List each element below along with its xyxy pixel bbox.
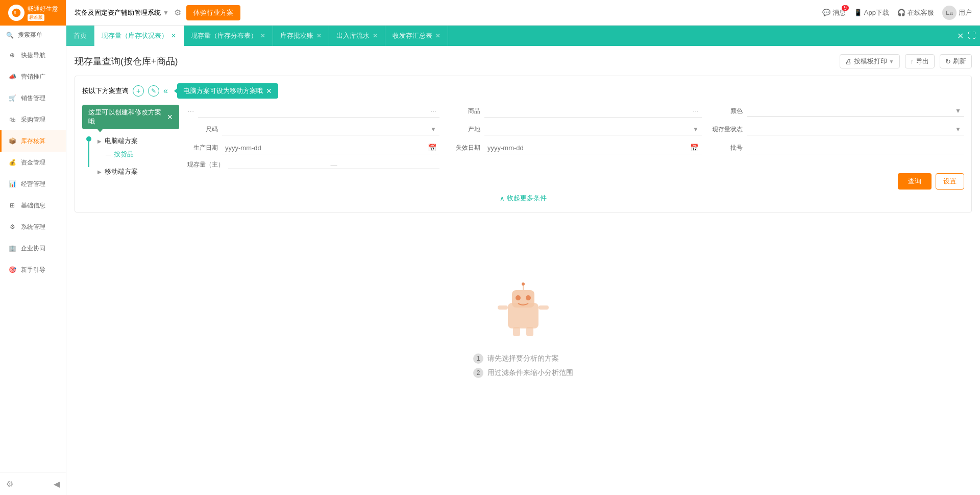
print-btn[interactable]: 🖨 按模板打印 ▼ bbox=[840, 54, 900, 68]
color-select[interactable]: ▼ bbox=[747, 105, 964, 117]
form-origin: 产地 ▼ bbox=[450, 124, 702, 135]
sidebar-item-purchase[interactable]: 🛍 采购管理 bbox=[0, 109, 66, 130]
scheme-back-btn[interactable]: « bbox=[163, 86, 168, 96]
sidebar-item-marketing[interactable]: 📣 营销推广 bbox=[0, 66, 66, 87]
sidebar-purchase-label: 采购管理 bbox=[21, 115, 45, 124]
expiry-date-input[interactable]: 📅 bbox=[484, 142, 702, 154]
sidebar-item-guide[interactable]: 🎯 新手引导 bbox=[0, 259, 66, 280]
production-date-calendar-icon[interactable]: 📅 bbox=[428, 144, 436, 152]
tab-home[interactable]: 首页 bbox=[66, 26, 94, 46]
sidebar-item-sales[interactable]: 🛒 销售管理 bbox=[0, 87, 66, 109]
origin-select[interactable]: ▼ bbox=[484, 124, 702, 135]
export-btn[interactable]: ↑ 导出 bbox=[905, 54, 935, 68]
header-settings-icon[interactable]: ⚙ bbox=[174, 8, 181, 17]
header-service[interactable]: 🎧 在线客服 bbox=[897, 8, 934, 17]
warehouse-dots[interactable]: ··· bbox=[187, 107, 194, 116]
refresh-icon: ↻ bbox=[945, 58, 951, 65]
sidebar-item-system[interactable]: ⚙ 系统管理 bbox=[0, 216, 66, 238]
size-select[interactable]: ▼ bbox=[222, 124, 439, 135]
tooltip2-close[interactable]: ✕ bbox=[167, 113, 173, 121]
tab-fullscreen-icon[interactable]: ⛶ bbox=[968, 31, 976, 40]
color-label: 颜色 bbox=[712, 107, 743, 115]
refresh-btn[interactable]: ↻ 刷新 bbox=[940, 54, 972, 68]
sidebar-item-operations[interactable]: 📊 经营管理 bbox=[0, 173, 66, 195]
scheme-mobile-tree[interactable]: ▶ 移动端方案 bbox=[93, 165, 179, 178]
page-content: 现存量查询(按仓库+商品) 🖨 按模板打印 ▼ ↑ 导出 ↻ 刷新 bbox=[66, 46, 980, 495]
tab-receive-summary[interactable]: 收发存汇总表 ✕ bbox=[385, 26, 448, 46]
search-icon: 🔍 bbox=[6, 32, 14, 39]
sidebar-item-inventory[interactable]: 📦 库存核算 bbox=[0, 130, 66, 152]
form-stock-status: 现存量状态 ▼ bbox=[712, 124, 964, 135]
tab-batch[interactable]: 库存批次账 ✕ bbox=[273, 26, 329, 46]
sidebar-item-enterprise[interactable]: 🏢 企业协同 bbox=[0, 238, 66, 259]
tab-inventory-status-label: 现存量（库存状况表） bbox=[102, 31, 168, 40]
sidebar-item-finance[interactable]: 💰 资金管理 bbox=[0, 152, 66, 173]
svg-point-4 bbox=[516, 295, 521, 300]
tab-inventory-dist[interactable]: 现存量（库存分布表） ✕ bbox=[184, 26, 273, 46]
tab-receive-summary-close[interactable]: ✕ bbox=[435, 32, 440, 39]
collapse-label: 收起更多条件 bbox=[507, 194, 547, 203]
production-date-input[interactable]: 📅 bbox=[222, 142, 439, 154]
empty-illustration bbox=[493, 280, 554, 341]
sidebar-item-basic[interactable]: ⊞ 基础信息 bbox=[0, 195, 66, 216]
sidebar-search-label: 搜索菜单 bbox=[18, 31, 42, 39]
scheme-desktop-tree[interactable]: ▶ 电脑端方案 bbox=[93, 134, 179, 148]
chevron-down-icon: ▼ bbox=[163, 9, 169, 16]
sidebar-item-quicknav[interactable]: ⊕ 快捷导航 bbox=[0, 44, 66, 66]
page-actions-right: 🖨 按模板打印 ▼ ↑ 导出 ↻ 刷新 bbox=[840, 54, 972, 68]
svg-point-0 bbox=[12, 9, 20, 17]
tooltip1-text: 电脑方案可设为移动方案哦 bbox=[183, 86, 263, 96]
empty-step-1: 1 请先选择要分析的方案 bbox=[473, 353, 573, 364]
expiry-date-calendar-icon[interactable]: 📅 bbox=[690, 144, 699, 152]
form-warehouse: ··· ··· bbox=[187, 105, 439, 117]
production-date-label: 生产日期 bbox=[187, 144, 218, 152]
stock-main-to[interactable] bbox=[339, 161, 440, 169]
svg-point-5 bbox=[526, 295, 531, 300]
sidebar-finance-label: 资金管理 bbox=[21, 158, 45, 167]
svg-rect-6 bbox=[498, 305, 508, 310]
header-app-download[interactable]: 📱 App下载 bbox=[854, 8, 889, 17]
msg-badge: 9 bbox=[842, 5, 849, 11]
expiry-date-field[interactable] bbox=[487, 144, 688, 152]
money-icon: 💰 bbox=[8, 158, 17, 167]
collapse-btn[interactable]: ∧ 收起更多条件 bbox=[82, 190, 964, 205]
collapse-arrow-icon: ∧ bbox=[500, 195, 505, 202]
stock-main-separator: — bbox=[329, 161, 339, 169]
tab-inout[interactable]: 出入库流水 ✕ bbox=[329, 26, 385, 46]
tab-inventory-status-close[interactable]: ✕ bbox=[171, 32, 176, 39]
production-date-field[interactable] bbox=[225, 144, 426, 152]
tab-close-all-icon[interactable]: ✕ bbox=[957, 31, 964, 41]
tab-inventory-status[interactable]: 现存量（库存状况表） ✕ bbox=[94, 26, 184, 46]
settings-bottom-icon[interactable]: ⚙ bbox=[6, 479, 13, 489]
warehouse-select[interactable]: ··· bbox=[198, 105, 439, 117]
svg-rect-8 bbox=[513, 327, 520, 336]
tooltip1-close[interactable]: ✕ bbox=[266, 87, 272, 95]
tab-batch-close[interactable]: ✕ bbox=[316, 32, 322, 39]
query-btn[interactable]: 查询 bbox=[898, 173, 932, 190]
header-msg[interactable]: 💬 消息 9 bbox=[822, 8, 846, 17]
search-header: 按以下方案查询 + ✎ « 电脑方案可设为移动方案哦 ✕ bbox=[82, 83, 964, 99]
goods-select[interactable]: ··· bbox=[484, 105, 702, 117]
scheme-edit-btn[interactable]: ✎ bbox=[148, 85, 159, 97]
tab-inventory-dist-close[interactable]: ✕ bbox=[260, 32, 265, 39]
reset-btn[interactable]: 设置 bbox=[936, 173, 964, 190]
scheme-add-btn[interactable]: + bbox=[133, 85, 144, 97]
scheme-item-huopin[interactable]: — 按货品 bbox=[102, 148, 179, 161]
refresh-label: 刷新 bbox=[953, 57, 966, 66]
phone-icon: 📱 bbox=[854, 9, 862, 16]
tree-mobile-arrow-icon: ▶ bbox=[97, 169, 102, 175]
tab-inout-close[interactable]: ✕ bbox=[373, 32, 378, 39]
tab-bar-end: ✕ ⛶ bbox=[953, 31, 980, 41]
box-icon: 📦 bbox=[8, 136, 17, 146]
header-user[interactable]: Ea 用户 bbox=[942, 6, 972, 20]
trial-btn[interactable]: 体验行业方案 bbox=[186, 5, 240, 20]
batch-no-field[interactable] bbox=[747, 142, 964, 154]
tooltip2-text: 这里可以创建和修改方案哦 bbox=[88, 108, 164, 126]
print-icon: 🖨 bbox=[845, 58, 852, 65]
guide-dot-top bbox=[86, 136, 91, 142]
system-title[interactable]: 装备及固定资产辅助管理系统 ▼ bbox=[75, 8, 169, 17]
sidebar-item-search[interactable]: 🔍 搜索菜单 bbox=[0, 26, 66, 44]
stock-status-select[interactable]: ▼ bbox=[747, 124, 964, 135]
stock-main-from[interactable] bbox=[228, 161, 329, 169]
collapse-sidebar-icon[interactable]: ◀ bbox=[54, 479, 60, 489]
